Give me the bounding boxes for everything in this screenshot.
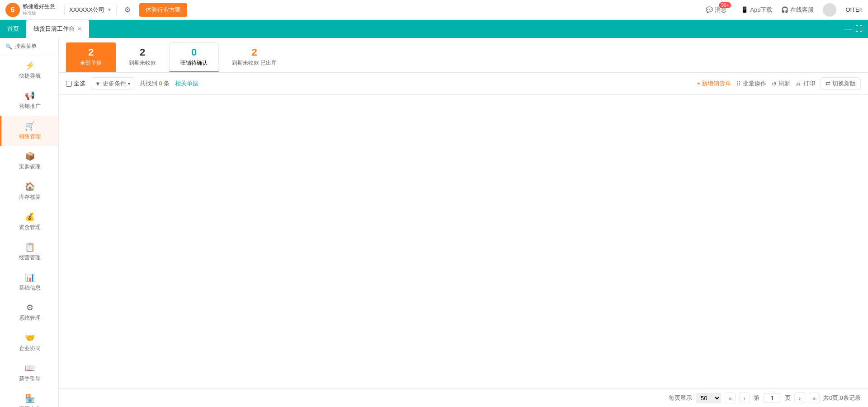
sales-icon: 🛒 [25, 121, 35, 131]
avatar-name: OfTEn [845, 6, 863, 13]
stat-tab-wangpu[interactable]: 0 旺铺待确认 [169, 42, 219, 72]
stats-tabs: 2 全部单据 2 到期未收款 0 旺铺待确认 2 到期未收款 已出库 [59, 38, 868, 73]
last-page-button[interactable]: » [809, 393, 820, 403]
online-service-button[interactable]: 🎧 在线客服 [781, 6, 814, 14]
stat-tab-overdue[interactable]: 2 到期未收款 [118, 42, 167, 72]
header-right: 💬 消息 99+ 📱 App下载 🎧 在线客服 OfTEn [706, 3, 863, 17]
batch-operation-button[interactable]: ⠿ 批量操作 [736, 80, 766, 88]
chevron-icon: ▾ [128, 81, 130, 86]
found-count: 0 [159, 80, 162, 87]
settings-button[interactable]: ⚙ [120, 3, 135, 17]
chevron-down-icon: ▼ [107, 7, 112, 12]
per-page-label: 每页显示 [669, 394, 692, 402]
stat-num-wangpu: 0 [191, 47, 197, 58]
pagination: 每页显示 50 100 200 « ‹ 第 页 › » 共0页,0条记录 [59, 388, 868, 407]
stat-num-all: 2 [88, 47, 94, 58]
maximize-icon[interactable]: ⛶ [855, 25, 863, 33]
filter-icon: ▼ [95, 80, 101, 87]
sidebar-item-sales[interactable]: 🛒 销售管理 [0, 116, 58, 146]
sidebar-item-operation[interactable]: 📋 经营管理 [0, 237, 58, 267]
related-link[interactable]: 相关单据 [175, 80, 198, 88]
logo-sub: 标准版 [23, 10, 55, 16]
toolbar-right: + 新增销货单 ⠿ 批量操作 ↺ 刷新 🖨 打印 ⇄ 切换新版 [697, 77, 861, 90]
sidebar-item-appstore[interactable]: 🏪 应用中心 [0, 388, 58, 407]
next-page-button[interactable]: › [794, 393, 805, 403]
refresh-icon: ↺ [772, 80, 777, 87]
enterprise-icon: 🤝 [25, 333, 35, 343]
stat-label-all: 全部单据 [80, 59, 102, 67]
company-name: XXXXXX公司 [69, 6, 104, 14]
stat-tab-all[interactable]: 2 全部单据 [66, 42, 116, 72]
quick-nav-icon: ⚡ [25, 61, 35, 70]
logo-area: 6 畅捷通好生意 标准版 [5, 3, 64, 17]
operation-icon: 📋 [25, 242, 35, 252]
sidebar-item-quick-nav[interactable]: ⚡ 快捷导航 [0, 55, 58, 85]
sidebar-item-guide[interactable]: 📖 新手引导 [0, 358, 58, 388]
sidebar-item-inventory[interactable]: 🏠 库存核算 [0, 176, 58, 206]
avatar[interactable] [823, 3, 836, 17]
stat-label-overdue: 到期未收款 [129, 59, 156, 67]
sidebar: 🔍 搜索菜单 ⚡ 快捷导航 📢 营销推广 🛒 销售管理 📦 采购管理 🏠 库存核… [0, 38, 59, 407]
system-icon: ⚙ [26, 303, 33, 313]
sidebar-item-system[interactable]: ⚙ 系统管理 [0, 297, 58, 327]
appstore-icon: 🏪 [25, 393, 35, 403]
found-text: 共找到 0 条 [140, 80, 170, 88]
finance-icon: 💰 [25, 212, 35, 222]
print-icon: 🖨 [796, 80, 802, 87]
search-icon: 🔍 [5, 43, 12, 50]
select-all-checkbox[interactable]: 全选 [66, 80, 85, 88]
tab-home[interactable]: 首页 [0, 20, 26, 38]
prev-page-button[interactable]: ‹ [739, 393, 750, 403]
stat-num-overdue: 2 [140, 47, 145, 58]
page-number-input[interactable] [763, 393, 781, 403]
marketing-icon: 📢 [25, 91, 35, 101]
print-button[interactable]: 🖨 打印 [796, 80, 815, 88]
trial-button[interactable]: 体验行业方案 [139, 3, 187, 17]
logo-text: 畅捷通好生意 [23, 3, 55, 10]
basic-icon: 📊 [25, 272, 35, 282]
message-icon: 💬 [706, 6, 713, 13]
toolbar: 全选 ▼ 更多条件 ▾ 共找到 0 条 相关单据 + 新增销货单 ⠿ 批量操作 [59, 73, 868, 95]
guide-icon: 📖 [25, 363, 35, 373]
sidebar-item-basic[interactable]: 📊 基础信息 [0, 267, 58, 297]
sidebar-item-finance[interactable]: 💰 资金管理 [0, 206, 58, 237]
stat-tab-shipped[interactable]: 2 到期未收款 已出库 [221, 42, 288, 72]
gear-icon: ⚙ [124, 5, 131, 14]
inventory-icon: 🏠 [25, 182, 35, 192]
filter-button[interactable]: ▼ 更多条件 ▾ [91, 77, 134, 90]
per-page-select[interactable]: 50 100 200 [696, 393, 721, 403]
add-sales-order-button[interactable]: + 新增销货单 [697, 80, 731, 88]
switch-version-button[interactable]: ⇄ 切换新版 [821, 77, 861, 90]
stat-label-shipped: 到期未收款 已出库 [232, 59, 277, 67]
search-menu-button[interactable]: 🔍 搜索菜单 [0, 38, 58, 55]
company-selector[interactable]: XXXXXX公司 ▼ [64, 4, 117, 16]
tab-workspace[interactable]: 钱货日清工作台 ✕ [26, 20, 89, 38]
content-area: 2 全部单据 2 到期未收款 0 旺铺待确认 2 到期未收款 已出库 全选 [59, 38, 868, 407]
message-button[interactable]: 💬 消息 99+ [706, 6, 726, 14]
page-suffix: 页 [785, 394, 791, 402]
refresh-button[interactable]: ↺ 刷新 [772, 80, 790, 88]
first-page-button[interactable]: « [725, 393, 736, 403]
logo-icon: 6 [5, 3, 20, 17]
download-icon: 📱 [741, 6, 748, 13]
message-badge: 99+ [719, 2, 731, 8]
page-prefix: 第 [754, 394, 760, 402]
stat-label-wangpu: 旺铺待确认 [180, 59, 208, 67]
app-download-button[interactable]: 📱 App下载 [741, 6, 772, 14]
main-layout: 🔍 搜索菜单 ⚡ 快捷导航 📢 营销推广 🛒 销售管理 📦 采购管理 🏠 库存核… [0, 38, 868, 407]
sidebar-item-enterprise[interactable]: 🤝 企业协同 [0, 327, 58, 358]
tab-bar-actions: — ⛶ [844, 25, 868, 33]
batch-icon: ⠿ [736, 80, 741, 87]
service-icon: 🎧 [781, 6, 788, 13]
purchase-icon: 📦 [25, 151, 35, 161]
sidebar-item-purchase[interactable]: 📦 采购管理 [0, 146, 58, 176]
top-header: 6 畅捷通好生意 标准版 XXXXXX公司 ▼ ⚙ 体验行业方案 💬 消息 99… [0, 0, 868, 20]
total-records: 共0页,0条记录 [823, 394, 861, 402]
close-tab-icon[interactable]: ✕ [77, 26, 82, 32]
checkbox-input[interactable] [66, 81, 72, 87]
switch-icon: ⇄ [826, 80, 830, 87]
tab-bar: 首页 钱货日清工作台 ✕ — ⛶ [0, 20, 868, 38]
sidebar-item-marketing[interactable]: 📢 营销推广 [0, 85, 58, 116]
table-area [59, 95, 868, 388]
minimize-icon[interactable]: — [844, 25, 852, 33]
